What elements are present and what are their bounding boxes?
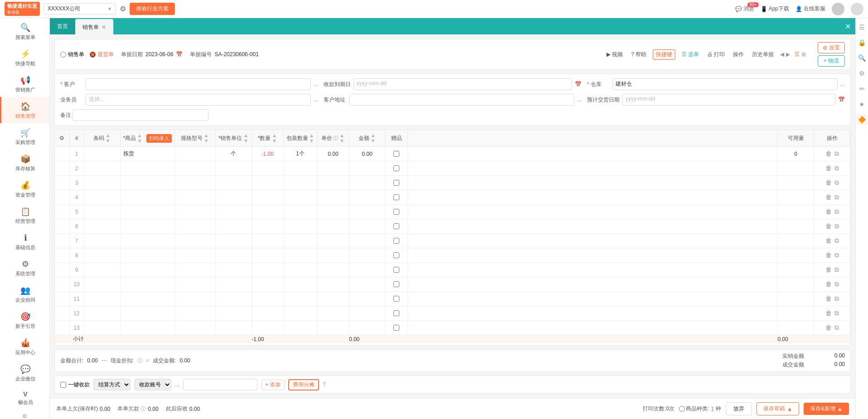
row-spec[interactable]	[175, 205, 215, 219]
price-info-icon[interactable]: ⓘ	[333, 135, 338, 142]
row-product[interactable]	[120, 176, 175, 190]
gift-checkbox[interactable]	[393, 252, 399, 258]
row-qty[interactable]: -1.00	[252, 147, 283, 161]
gift-checkbox[interactable]	[393, 209, 399, 215]
add-payment-button[interactable]: + 添加	[261, 380, 285, 390]
rp-icon-7[interactable]: 🔶	[856, 114, 868, 125]
debt-info-icon[interactable]: ⓘ	[141, 405, 146, 412]
save-draft-button[interactable]: 保存草稿 ▲	[756, 402, 799, 415]
row-pack[interactable]	[283, 161, 317, 176]
gift-checkbox[interactable]	[393, 194, 399, 200]
abandon-button[interactable]: 放弃	[726, 402, 752, 415]
row-barcode[interactable]	[84, 190, 120, 205]
quick-pay-input[interactable]	[60, 382, 66, 388]
row-qty[interactable]	[252, 176, 283, 190]
row-barcode[interactable]	[84, 263, 120, 277]
row-product[interactable]	[120, 306, 175, 321]
history-btn[interactable]: 历史单据	[750, 50, 776, 59]
gift-checkbox[interactable]	[393, 223, 399, 229]
row-unit[interactable]	[215, 248, 252, 263]
sidebar-item-inventory[interactable]: 📦 库存核算	[0, 149, 49, 176]
delete-icon[interactable]: 🗑	[825, 179, 832, 187]
user-avatar-extra[interactable]	[851, 3, 863, 15]
sidebar-item-wechat[interactable]: 💬 企业微信	[0, 360, 49, 386]
row-gift[interactable]	[385, 161, 408, 176]
copy-icon[interactable]: ⧉	[834, 193, 839, 201]
row-gift[interactable]	[385, 176, 408, 190]
row-product[interactable]	[120, 277, 175, 292]
radio-return-input[interactable]	[90, 52, 96, 58]
row-amount[interactable]: 0.00	[349, 147, 385, 161]
copy-icon[interactable]: ⧉	[834, 324, 839, 332]
product-type-radio-input[interactable]	[679, 406, 685, 412]
row-amount[interactable]	[349, 292, 385, 306]
row-gift[interactable]	[385, 248, 408, 263]
delete-icon[interactable]: 🗑	[825, 150, 832, 158]
row-amount[interactable]	[349, 205, 385, 219]
discount-info-icon[interactable]: ⓘ	[137, 357, 142, 364]
row-spec[interactable]	[175, 248, 215, 263]
row-product[interactable]	[120, 205, 175, 219]
row-barcode[interactable]	[84, 321, 120, 335]
gift-checkbox[interactable]	[393, 165, 399, 171]
sidebar-item-guide[interactable]: 🎯 新手引导	[0, 307, 49, 333]
rp-icon-5[interactable]: ✏	[858, 83, 867, 94]
row-price[interactable]	[317, 277, 349, 292]
row-gift[interactable]	[385, 147, 408, 161]
row-gift[interactable]	[385, 234, 408, 248]
copy-icon[interactable]: ⧉	[834, 280, 839, 288]
row-unit[interactable]	[215, 161, 252, 176]
settings-button[interactable]: ⚙ 设置	[818, 42, 845, 53]
row-gift[interactable]	[385, 306, 408, 321]
row-price[interactable]	[317, 306, 349, 321]
row-unit[interactable]	[215, 205, 252, 219]
rp-icon-3[interactable]: 🔍	[856, 53, 868, 63]
close-window-icon[interactable]: ✕	[845, 22, 851, 31]
row-pack[interactable]	[283, 219, 317, 234]
gear-icon[interactable]: ⚙	[120, 5, 126, 13]
row-barcode[interactable]	[84, 219, 120, 234]
row-amount[interactable]	[349, 306, 385, 321]
row-spec[interactable]	[175, 147, 215, 161]
row-price[interactable]	[317, 176, 349, 190]
row-pack[interactable]	[283, 205, 317, 219]
help-btn[interactable]: ? 帮助	[629, 50, 648, 59]
sidebar-item-marketing[interactable]: 📢 营销推广	[0, 71, 49, 97]
list-view-icon[interactable]: ☰	[795, 51, 800, 58]
expected-date-input[interactable]: yyyy-mm-dd	[622, 94, 835, 106]
grid-view-icon[interactable]: ⊞	[801, 51, 806, 58]
gift-checkbox[interactable]	[393, 267, 399, 273]
row-qty[interactable]	[252, 219, 283, 234]
gift-checkbox[interactable]	[393, 325, 399, 331]
salesperson-input[interactable]: 选择...	[86, 94, 311, 106]
row-price[interactable]	[317, 205, 349, 219]
row-amount[interactable]	[349, 190, 385, 205]
row-barcode[interactable]	[84, 234, 120, 248]
delete-icon[interactable]: 🗑	[825, 295, 832, 303]
rp-icon-2[interactable]: 🔒	[856, 37, 868, 48]
customer-addr-input[interactable]	[349, 94, 574, 106]
expected-date-calendar-icon[interactable]: 📅	[838, 96, 845, 103]
delete-icon[interactable]: 🗑	[825, 309, 832, 317]
payment-dots-btn[interactable]: ...	[175, 381, 179, 388]
row-unit[interactable]	[215, 176, 252, 190]
row-spec[interactable]	[175, 161, 215, 176]
sidebar-item-sales[interactable]: 🏠 销售管理	[0, 97, 49, 123]
video-btn[interactable]: ▶ 视频	[605, 50, 625, 59]
expense-tab-button[interactable]: 费用分摊	[288, 379, 319, 390]
row-product[interactable]	[120, 292, 175, 306]
row-amount[interactable]	[349, 234, 385, 248]
th-gear[interactable]: ⚙	[55, 130, 69, 147]
row-spec[interactable]	[175, 176, 215, 190]
copy-icon[interactable]: ⧉	[834, 222, 839, 230]
sidebar-settings[interactable]: ⚙	[0, 409, 49, 419]
product-type-radio[interactable]: 商品种类:	[679, 405, 709, 413]
row-barcode[interactable]	[84, 176, 120, 190]
expense-help-icon[interactable]: ?	[323, 381, 326, 388]
row-pack[interactable]	[283, 234, 317, 248]
delete-icon[interactable]: 🗑	[825, 208, 832, 216]
row-qty[interactable]	[252, 234, 283, 248]
delete-icon[interactable]: 🗑	[825, 222, 832, 230]
rp-icon-4[interactable]: ⚙	[857, 68, 867, 79]
row-unit[interactable]: 个	[215, 147, 252, 161]
